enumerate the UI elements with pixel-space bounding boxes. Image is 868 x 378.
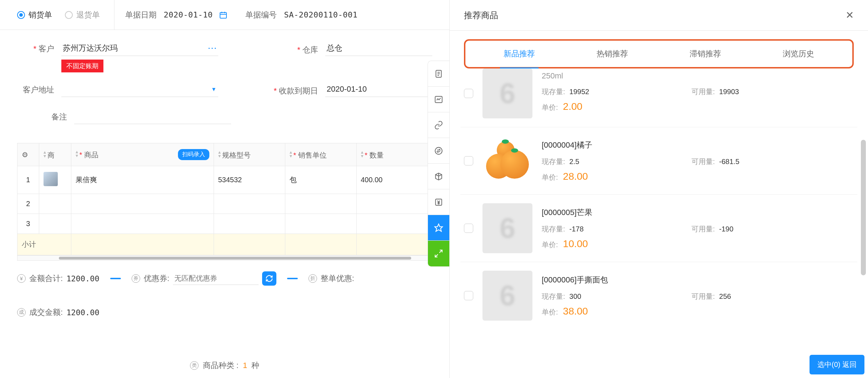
- customer-input[interactable]: [61, 41, 218, 56]
- deal-label: 成交金额:: [29, 307, 63, 318]
- product-item[interactable]: 6 [0000005]芒果 现存量:-178 可用量:-190 单价:10.00: [460, 195, 857, 262]
- price-label: 单价:: [542, 103, 558, 111]
- placeholder-icon: 6: [500, 212, 516, 245]
- recommend-title: 推荐商品: [464, 10, 498, 21]
- product-checkbox[interactable]: [464, 291, 473, 300]
- discount-icon: 折: [308, 274, 317, 283]
- amount-label: 金额合计:: [29, 273, 63, 284]
- table-row[interactable]: 1 果倍爽 534532 包 400.00: [17, 166, 432, 194]
- chevron-down-icon[interactable]: ▾: [212, 85, 215, 93]
- separator-icon: [110, 278, 121, 279]
- scan-input-button[interactable]: 扫码录入: [178, 149, 209, 160]
- tab-sales-order[interactable]: 销货单: [17, 10, 52, 20]
- tool-doc[interactable]: [428, 61, 449, 87]
- product-checkbox[interactable]: [464, 89, 473, 98]
- calendar-icon[interactable]: [219, 11, 228, 19]
- gear-column[interactable]: ⚙: [17, 143, 39, 166]
- svg-line-16: [435, 254, 438, 257]
- stock-value: 300: [570, 292, 581, 300]
- product-thumb-icon: [44, 172, 58, 186]
- product-name: [0000004]橘子: [542, 140, 854, 150]
- svg-rect-0: [220, 12, 226, 18]
- tool-expand[interactable]: [428, 241, 449, 266]
- product-checkbox[interactable]: [464, 156, 473, 165]
- avail-value: 256: [719, 292, 731, 300]
- tool-exchange[interactable]: [428, 138, 449, 164]
- yen-icon: [434, 198, 443, 207]
- box-icon: [434, 172, 443, 181]
- price-value: 28.00: [563, 171, 588, 182]
- avail-value: -681.5: [719, 158, 740, 165]
- radio-icon: [17, 11, 25, 19]
- product-item[interactable]: 6 250ml 现存量:19952 可用量:19903 单价:2.00: [460, 68, 857, 127]
- tool-link[interactable]: [428, 112, 449, 138]
- tab-return-order[interactable]: 退货单: [65, 10, 100, 20]
- recommend-tab-0[interactable]: 新品推荐: [496, 44, 542, 63]
- price-label: 单价:: [542, 173, 558, 181]
- price-value: 10.00: [563, 238, 588, 249]
- date-label: 单据日期: [125, 10, 157, 20]
- coupon-input[interactable]: [173, 272, 259, 285]
- more-icon[interactable]: ⋯: [208, 43, 218, 54]
- recommend-tab-3[interactable]: 浏览历史: [776, 44, 821, 63]
- recommend-tab-2[interactable]: 滞销推荐: [683, 44, 728, 63]
- tool-star[interactable]: [428, 215, 449, 241]
- coupon-icon: 券: [132, 274, 140, 283]
- product-checkbox[interactable]: [464, 224, 473, 233]
- address-input[interactable]: [61, 82, 218, 97]
- product-name: [0000006]手撕面包: [542, 275, 854, 285]
- price-value: 38.00: [563, 306, 588, 317]
- col-merchant[interactable]: ▴▾商: [39, 143, 71, 166]
- avail-label: 可用量:: [691, 88, 715, 96]
- remark-input[interactable]: [74, 109, 231, 124]
- deal-icon: 成: [17, 308, 26, 317]
- recommend-tab-1[interactable]: 热销推荐: [589, 44, 635, 63]
- product-item[interactable]: [0000004]橘子 现存量:2.5 可用量:-681.5 单价:28.00: [460, 127, 857, 195]
- stock-label: 现存量:: [542, 88, 565, 96]
- vertical-scrollbar[interactable]: [861, 140, 866, 275]
- price-label: 单价:: [542, 308, 558, 316]
- placeholder-icon: 6: [500, 77, 516, 110]
- selected-return-button[interactable]: 选中(0) 返回: [810, 355, 864, 374]
- horizontal-scrollbar[interactable]: [17, 255, 432, 260]
- tab-label: 销货单: [29, 10, 52, 20]
- warehouse-input[interactable]: [325, 41, 432, 56]
- chart-icon: [434, 95, 443, 104]
- tool-box[interactable]: [428, 164, 449, 189]
- exchange-icon: [434, 146, 443, 155]
- account-period-badge: 不固定账期: [61, 60, 103, 72]
- product-image: 6: [482, 203, 532, 253]
- footer-summary: 类 商品种类 : 1 种: [183, 353, 266, 378]
- currency-icon: ¥: [17, 274, 26, 283]
- col-qty[interactable]: ▴▾*数量: [356, 143, 432, 166]
- product-item[interactable]: 6 [0000006]手撕面包 现存量:300 可用量:256 单价:38.00: [460, 262, 857, 329]
- expand-icon: [434, 249, 443, 258]
- col-spec[interactable]: ▴▾规格型号: [214, 143, 285, 166]
- code-label: 单据编号: [245, 10, 277, 20]
- duedate-input[interactable]: [325, 82, 432, 97]
- refresh-icon: [265, 275, 273, 282]
- col-unit[interactable]: ▴▾*销售单位: [285, 143, 356, 166]
- coupon-label: 优惠券:: [144, 273, 169, 284]
- price-label: 单价:: [542, 241, 558, 249]
- close-button[interactable]: ✕: [846, 9, 854, 21]
- avail-value: -190: [719, 225, 734, 233]
- avail-value: 19903: [719, 88, 739, 96]
- col-product[interactable]: ▴▾*商品 扫码录入: [71, 143, 214, 166]
- product-image: [482, 136, 532, 186]
- product-list[interactable]: 6 250ml 现存量:19952 可用量:19903 单价:2.00 [000…: [450, 68, 868, 378]
- tool-chart[interactable]: [428, 87, 449, 112]
- refresh-button[interactable]: [262, 271, 276, 286]
- code-value: SA-20200110-001: [284, 10, 357, 19]
- table-row[interactable]: 2: [17, 194, 432, 214]
- placeholder-icon: 6: [500, 279, 516, 312]
- star-icon: [434, 223, 443, 233]
- tab-label: 退货单: [76, 10, 100, 20]
- table-row[interactable]: 3: [17, 214, 432, 234]
- customer-label: 客户: [39, 44, 54, 53]
- tool-yen[interactable]: [428, 189, 449, 215]
- price-value: 2.00: [563, 101, 583, 112]
- warehouse-label: 仓库: [302, 45, 318, 54]
- date-value[interactable]: 2020-01-10: [164, 10, 213, 19]
- category-icon: 类: [190, 361, 199, 370]
